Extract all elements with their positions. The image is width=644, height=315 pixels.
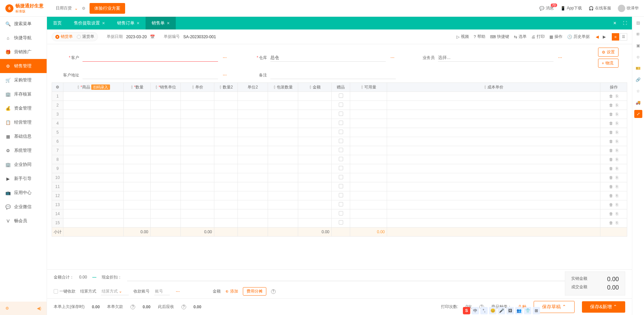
copy-row-icon[interactable]: ⎘: [616, 202, 618, 207]
ime-user[interactable]: 👥: [515, 307, 523, 314]
delete-row-icon[interactable]: 🗑: [609, 175, 613, 180]
method-select[interactable]: 结算方式 ⌄: [101, 288, 129, 295]
copy-row-icon[interactable]: ⎘: [616, 193, 618, 198]
table-row[interactable]: 12🗑⎘: [52, 191, 627, 200]
ime-grid[interactable]: ⊞: [533, 307, 540, 314]
ops-button[interactable]: ▦操作: [549, 34, 562, 40]
account-select[interactable]: 账号: [154, 288, 170, 295]
sidebar-item-7[interactable]: 📋经营管理: [0, 115, 47, 129]
cost-share-button[interactable]: 费用分摊: [243, 287, 266, 296]
gift-checkbox[interactable]: [339, 121, 343, 125]
sidebar-collapse-icon[interactable]: ◀): [37, 306, 41, 311]
delete-row-icon[interactable]: 🗑: [609, 130, 613, 135]
delete-row-icon[interactable]: 🗑: [609, 157, 613, 162]
delete-row-icon[interactable]: 🗑: [609, 220, 613, 225]
table-row[interactable]: 13🗑⎘: [52, 200, 627, 209]
info-icon[interactable]: ?: [271, 289, 276, 294]
ime-pic[interactable]: 🖼: [506, 307, 514, 314]
sidebar-item-3[interactable]: ⚙销售管理: [0, 59, 47, 73]
table-row[interactable]: 14🗑⎘: [52, 209, 627, 218]
sidebar-item-8[interactable]: ▦基础信息: [0, 129, 47, 143]
table-row[interactable]: 5🗑⎘: [52, 128, 627, 137]
col-unit2[interactable]: 单位2: [238, 83, 268, 92]
user-menu[interactable]: 徐泽华: [618, 5, 639, 12]
copy-row-icon[interactable]: ⎘: [616, 94, 618, 99]
prev-doc-arrow[interactable]: ◀: [594, 34, 600, 40]
rail-user-icon[interactable]: ☺: [634, 53, 642, 61]
gear-icon[interactable]: ⚙: [82, 6, 86, 11]
remark-input[interactable]: [270, 71, 396, 79]
next-doc-arrow[interactable]: ▶: [601, 34, 607, 40]
table-row[interactable]: 15🗑⎘: [52, 218, 627, 228]
table-row[interactable]: 8🗑⎘: [52, 155, 627, 164]
rail-attach-icon[interactable]: 🔗: [634, 76, 642, 84]
tab-3[interactable]: 销售单✕: [146, 17, 176, 29]
delete-row-icon[interactable]: 🗑: [609, 202, 613, 207]
close-icon[interactable]: ✕: [167, 21, 170, 25]
discount-input[interactable]: [127, 273, 569, 281]
copy-row-icon[interactable]: ⎘: [616, 211, 618, 216]
onekey-checkbox[interactable]: 一键收款: [54, 289, 75, 294]
table-row[interactable]: 3🗑⎘: [52, 110, 627, 119]
customer-input[interactable]: [83, 54, 218, 62]
scan-button[interactable]: 扫码录入: [91, 84, 110, 90]
gift-checkbox[interactable]: [339, 148, 343, 152]
settings-button[interactable]: ⚙设置: [598, 48, 619, 57]
copy-row-icon[interactable]: ⎘: [616, 130, 618, 135]
sales-input[interactable]: [438, 54, 553, 62]
col-avail[interactable]: ▲▼可用量: [350, 83, 387, 92]
col-gift[interactable]: 赠品: [332, 83, 350, 92]
ime-emoji[interactable]: 😊: [489, 307, 496, 314]
copy-row-icon[interactable]: ⎘: [616, 175, 618, 180]
try-industry-button[interactable]: 体验行业方案: [90, 3, 125, 14]
customer-lookup-icon[interactable]: ⋯: [221, 55, 228, 60]
delete-row-icon[interactable]: 🗑: [609, 211, 613, 216]
gift-checkbox[interactable]: [339, 220, 343, 225]
rail-shield-icon[interactable]: ⛨: [634, 30, 642, 38]
account-lookup-icon[interactable]: ⋯: [174, 289, 181, 294]
rail-ticket-icon[interactable]: 🎫: [634, 64, 642, 72]
warehouse-lookup-icon[interactable]: ⋯: [389, 55, 396, 60]
history-button[interactable]: 🕓历史单据: [567, 34, 590, 40]
col-qty2[interactable]: ▲▼数量2: [214, 83, 238, 92]
sidebar-item-13[interactable]: 💬企业微信: [0, 200, 47, 214]
tab-2[interactable]: 销售订单✕: [111, 17, 146, 29]
ime-sogou-icon[interactable]: S: [463, 307, 470, 314]
rail-truck-icon[interactable]: 🚚: [634, 99, 642, 107]
col-pack[interactable]: ▲▼包装数量: [268, 83, 298, 92]
delete-row-icon[interactable]: 🗑: [609, 148, 613, 153]
select-button[interactable]: ⇆选单: [514, 34, 527, 40]
delete-row-icon[interactable]: 🗑: [609, 193, 613, 198]
copy-row-icon[interactable]: ⎘: [616, 121, 618, 126]
close-icon[interactable]: ✕: [102, 21, 105, 25]
gift-checkbox[interactable]: [339, 112, 343, 116]
sidebar-item-2[interactable]: 🎁营销推广: [0, 45, 47, 59]
help-button[interactable]: ?帮助: [474, 34, 485, 40]
rail-expand-icon[interactable]: ⤢: [634, 110, 642, 118]
sidebar-item-12[interactable]: 📺应用中心: [0, 186, 47, 200]
sidebar-item-6[interactable]: 💰资金管理: [0, 101, 47, 115]
calendar-icon[interactable]: 📅: [150, 35, 155, 39]
address-input[interactable]: [83, 71, 218, 79]
add-payment-button[interactable]: ⊕ 添加: [225, 289, 238, 294]
sidebar-item-4[interactable]: 🛒采购管理: [0, 73, 47, 87]
copy-row-icon[interactable]: ⎘: [616, 220, 618, 225]
col-unit[interactable]: ▲▼*销售单位: [151, 83, 181, 92]
table-row[interactable]: 4🗑⎘: [52, 119, 627, 128]
sidebar-item-5[interactable]: 🏢库存核算: [0, 87, 47, 101]
gift-checkbox[interactable]: [339, 193, 343, 197]
sidebar-item-11[interactable]: ▶新手引导: [0, 172, 47, 186]
delete-row-icon[interactable]: 🗑: [609, 103, 613, 108]
copy-row-icon[interactable]: ⎘: [616, 184, 618, 189]
table-row[interactable]: 1🗑⎘: [52, 92, 627, 101]
copy-row-icon[interactable]: ⎘: [616, 112, 618, 117]
app-download-button[interactable]: 📱 App下载: [560, 5, 582, 11]
doc-type-return[interactable]: 退货单: [77, 34, 94, 40]
sidebar-item-10[interactable]: 🏢企业协同: [0, 158, 47, 172]
delete-row-icon[interactable]: 🗑: [609, 139, 613, 144]
rail-box-icon[interactable]: ▣: [634, 42, 642, 50]
col-cost[interactable]: ▲▼成本单价: [387, 83, 600, 92]
gift-checkbox[interactable]: [339, 202, 343, 206]
tab-0[interactable]: 首页: [47, 17, 68, 29]
gift-checkbox[interactable]: [339, 175, 343, 179]
